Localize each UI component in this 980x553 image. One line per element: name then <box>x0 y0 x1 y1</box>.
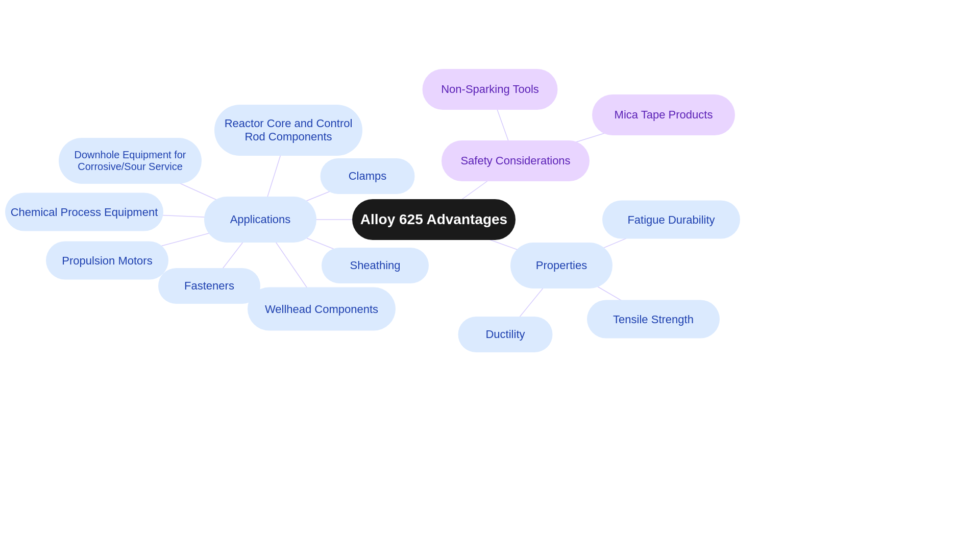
mind-map: Alloy 625 AdvantagesApplicationsProperti… <box>0 0 980 553</box>
node-wellhead[interactable]: Wellhead Components <box>248 287 396 331</box>
node-propulsion[interactable]: Propulsion Motors <box>46 242 168 280</box>
node-reactor[interactable]: Reactor Core and Control Rod Components <box>214 105 362 156</box>
node-chemical[interactable]: Chemical Process Equipment <box>5 193 163 231</box>
node-sheathing[interactable]: Sheathing <box>322 248 429 283</box>
node-downhole[interactable]: Downhole Equipment for Corrosive/Sour Se… <box>59 138 202 184</box>
node-fatigue[interactable]: Fatigue Durability <box>602 201 740 239</box>
node-ductility[interactable]: Ductility <box>458 317 553 352</box>
node-properties[interactable]: Properties <box>510 243 612 288</box>
node-tensile[interactable]: Tensile Strength <box>587 300 720 339</box>
node-fasteners[interactable]: Fasteners <box>158 268 260 304</box>
node-center[interactable]: Alloy 625 Advantages <box>352 199 516 240</box>
node-clamps[interactable]: Clamps <box>321 158 415 194</box>
node-safety[interactable]: Safety Considerations <box>442 140 590 181</box>
node-nonsparking[interactable]: Non-Sparking Tools <box>423 69 558 110</box>
node-applications[interactable]: Applications <box>204 197 316 243</box>
node-mica[interactable]: Mica Tape Products <box>592 94 735 135</box>
